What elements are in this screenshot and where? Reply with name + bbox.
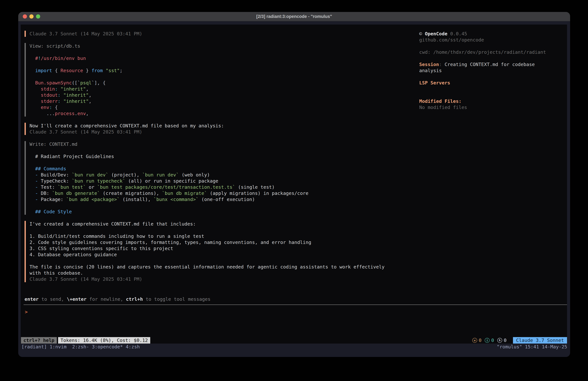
terminal-line [30, 159, 384, 166]
terminal-line: The file is concise (20 lines) and captu… [30, 264, 384, 270]
text-segment: env [41, 105, 49, 110]
text-segment: 1. Build/lint/test commands including ho… [30, 233, 204, 239]
terminal-line [30, 74, 384, 80]
text-segment: - [35, 172, 38, 178]
text-segment [61, 92, 63, 98]
message-block-tool-view: View: script/db.ts #!/usr/bin/env bun im… [24, 43, 384, 116]
text-segment: , [86, 111, 89, 116]
text-segment: OpenCode [425, 31, 447, 37]
text-segment: I've created a comprehensive CONTEXT.md … [30, 221, 196, 227]
text-segment: , [89, 92, 91, 98]
text-segment: `bunx <command>` [153, 197, 198, 202]
text-segment: import [35, 68, 52, 73]
text-segment: 3. CSS styling conventions specific to t… [30, 246, 173, 251]
text-segment [30, 68, 35, 73]
terminal-line [30, 202, 384, 209]
terminal-content: Claude 3.7 Sonnet (14 May 2025 03:41 PM)… [21, 24, 567, 344]
text-segment: Package: [38, 197, 66, 202]
text-segment [30, 190, 35, 196]
terminal-line: Now I'll create a comprehensive CONTEXT.… [30, 123, 384, 129]
session-sidebar: © OpenCode 0.0.45github.com/sst/opencode… [419, 31, 546, 111]
text-segment: ctrl+h [126, 296, 143, 302]
model-badge: Claude 3.7 Sonnet [513, 337, 567, 344]
text-segment: "inherit" [63, 98, 89, 104]
text-segment: `bun run dev` [142, 172, 179, 178]
text-segment [58, 86, 61, 92]
text-segment: 2. Code style guidelines covering import… [30, 240, 311, 245]
text-segment: `bun add <package>` [66, 197, 120, 202]
terminal-line: LSP Servers [419, 80, 546, 86]
text-segment: from [91, 68, 103, 73]
message-block-tool-write: Write: CONTEXT.md # Radiant Project Guid… [24, 141, 384, 215]
terminal-line: I've created a comprehensive CONTEXT.md … [30, 221, 384, 227]
text-segment: stdout [41, 92, 58, 98]
input-separator [23, 304, 567, 305]
terminal-line: cwd: /home/thdxr/dev/projects/radiant/ra… [419, 49, 546, 55]
terminal-window: [2/3] radiant:3:opencode - "romulus" Cla… [18, 12, 570, 357]
terminal-line: Session: Creating CONTEXT.md for codebas… [419, 61, 546, 67]
text-segment: (single test) [235, 184, 275, 190]
text-segment: View: script/db.ts [30, 43, 80, 49]
text-segment: `bun db migrate` [162, 190, 207, 196]
text-segment [30, 184, 35, 190]
warnings-count: 0 [479, 337, 482, 343]
diagnostic-hints: h0 [497, 337, 506, 343]
text-segment [30, 86, 41, 92]
text-segment: : [58, 92, 61, 98]
lsp-diagnostics: w0i0h0 [469, 337, 506, 344]
text-segment: `bun run dev` [72, 172, 108, 178]
text-segment: Claude 3.7 Sonnet (14 May 2025 03:41 PM) [30, 129, 142, 135]
tmux-window-list[interactable]: [radiant] 1:nvim 2:zsh- 3:opencode* 4:zs… [21, 344, 140, 350]
text-segment: } [83, 68, 91, 73]
terminal-line [419, 86, 546, 92]
terminal-line: Modified Files: [419, 98, 546, 104]
text-segment: # [30, 56, 38, 61]
text-segment: `bun test` [58, 184, 86, 190]
text-segment: "sst" [105, 68, 120, 73]
text-segment: DB: [38, 190, 52, 196]
text-segment: Write: CONTEXT.md [30, 141, 78, 147]
text-segment: /usr/bin/env bun [41, 56, 86, 61]
text-segment: { [52, 68, 61, 73]
text-segment: : [439, 62, 444, 67]
terminal-line: env: { [30, 104, 384, 111]
terminal-line: stdout: "inherit", [30, 92, 384, 98]
terminal-line [30, 227, 384, 233]
text-segment: `bun db generate` [52, 190, 100, 196]
terminal-line: github.com/sst/opencode [419, 37, 546, 43]
warnings-icon: w [472, 338, 477, 343]
terminal-line: with this codebase. [30, 270, 384, 276]
terminal-line: - DB: `bun db generate` (create migratio… [30, 190, 384, 196]
text-segment: Now I'll create a comprehensive CONTEXT.… [30, 123, 224, 129]
prompt-symbol: > [25, 309, 28, 315]
terminal-line: Claude 3.7 Sonnet (14 May 2025 03:41 PM) [30, 276, 384, 282]
text-segment: (install), [120, 197, 154, 202]
text-segment: - [35, 190, 38, 196]
terminal-line [30, 147, 384, 153]
diagnostic-info: i0 [485, 337, 494, 343]
text-segment: cwd: /home/thdxr/dev/projects/radiant/ra… [419, 49, 546, 55]
text-segment [30, 80, 35, 86]
terminal-line: Claude 3.7 Sonnet (14 May 2025 03:41 PM) [30, 129, 384, 135]
prompt-input[interactable]: > [25, 309, 28, 315]
text-segment: (all) or run in specific package [125, 178, 218, 184]
text-segment: , [89, 98, 91, 104]
terminal-line: Write: CONTEXT.md [30, 141, 384, 147]
text-segment: © [419, 31, 425, 37]
text-segment [30, 172, 35, 178]
text-segment: ; [120, 68, 123, 73]
text-segment [103, 68, 105, 73]
text-segment: , [86, 86, 89, 92]
info-count: 0 [491, 337, 494, 343]
text-segment: TypeCheck: [38, 178, 72, 184]
text-segment: { [52, 105, 58, 110]
text-segment: ## Commands [30, 166, 66, 171]
text-segment: (one-off execution) [199, 197, 255, 202]
terminal-line: © OpenCode 0.0.45 [419, 31, 546, 37]
text-segment: enter [24, 296, 39, 302]
text-segment: env [78, 111, 86, 116]
window-titlebar[interactable]: [2/3] radiant:3:opencode - "romulus" [18, 12, 570, 21]
text-segment: Modified Files: [419, 98, 462, 104]
terminal-line [419, 43, 546, 49]
text-segment: - [35, 184, 38, 190]
